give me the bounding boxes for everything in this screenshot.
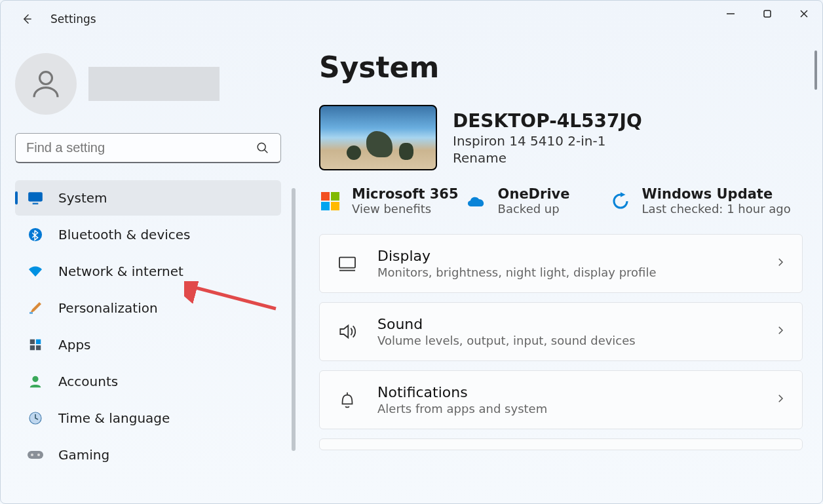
sidebar-item-apps[interactable]: Apps — [15, 327, 281, 362]
svg-rect-13 — [30, 345, 35, 350]
card-display[interactable]: Display Monitors, brightness, night ligh… — [319, 234, 803, 293]
card-title: Notifications — [377, 384, 756, 400]
settings-cards: Display Monitors, brightness, night ligh… — [319, 234, 803, 450]
sidebar-item-gaming[interactable]: Gaming — [15, 437, 281, 473]
svg-rect-17 — [28, 451, 43, 459]
card-placeholder[interactable] — [319, 438, 803, 450]
main-scrollbar[interactable] — [814, 50, 817, 90]
card-sub: Monitors, brightness, night light, displ… — [377, 265, 756, 279]
close-icon — [799, 9, 809, 18]
svg-line-6 — [265, 149, 268, 153]
status-row: Microsoft 365 View benefits OneDrive Bac… — [319, 186, 803, 216]
sidebar-item-personalization[interactable]: Personalization — [15, 290, 281, 326]
sidebar-item-label: Network & internet — [58, 263, 183, 279]
status-title: Windows Update — [642, 186, 791, 202]
maximize-icon — [763, 9, 772, 18]
status-windows-update[interactable]: Windows Update Last checked: 1 hour ago — [609, 186, 791, 216]
sidebar-item-bluetooth[interactable]: Bluetooth & devices — [15, 217, 281, 252]
svg-point-15 — [32, 376, 38, 382]
rename-link[interactable]: Rename — [453, 150, 642, 166]
svg-rect-8 — [33, 203, 39, 204]
monitor-icon — [27, 189, 44, 206]
device-section: DESKTOP-4L537JQ Inspiron 14 5410 2-in-1 … — [319, 105, 803, 170]
status-sub: View benefits — [352, 202, 459, 216]
svg-rect-21 — [339, 258, 355, 268]
avatar — [15, 53, 77, 115]
brush-icon — [27, 300, 44, 317]
back-arrow-icon — [20, 12, 33, 26]
device-info: DESKTOP-4L537JQ Inspiron 14 5410 2-in-1 … — [453, 110, 642, 166]
sidebar-item-network[interactable]: Network & internet — [15, 254, 281, 289]
back-button[interactable] — [14, 6, 40, 32]
minimize-button[interactable] — [712, 1, 749, 27]
bluetooth-icon — [27, 226, 44, 243]
sidebar-item-label: Accounts — [58, 374, 118, 389]
device-model: Inspiron 14 5410 2-in-1 — [453, 133, 642, 149]
sidebar-item-time[interactable]: Time & language — [15, 400, 281, 436]
svg-rect-14 — [36, 345, 41, 350]
close-button[interactable] — [786, 1, 822, 27]
sidebar: System Bluetooth & devices Network & int… — [1, 37, 296, 503]
nav-list: System Bluetooth & devices Network & int… — [15, 180, 281, 473]
onedrive-icon — [465, 190, 488, 212]
bell-icon — [335, 388, 359, 412]
controller-icon — [27, 446, 44, 463]
svg-rect-12 — [36, 339, 41, 344]
svg-point-19 — [37, 454, 40, 456]
card-title: Sound — [377, 316, 756, 332]
update-icon — [609, 190, 632, 212]
status-onedrive[interactable]: OneDrive Backed up — [465, 186, 603, 216]
device-name: DESKTOP-4L537JQ — [453, 110, 642, 132]
device-thumbnail[interactable] — [319, 105, 437, 170]
card-notifications[interactable]: Notifications Alerts from apps and syste… — [319, 370, 803, 429]
svg-point-4 — [40, 72, 52, 85]
search-box[interactable] — [15, 133, 281, 163]
search-icon — [256, 141, 270, 155]
sidebar-item-label: Bluetooth & devices — [58, 227, 191, 242]
svg-rect-7 — [28, 192, 43, 201]
chevron-right-icon — [775, 324, 786, 339]
svg-point-5 — [258, 143, 265, 151]
chevron-right-icon — [775, 393, 786, 407]
card-sub: Alerts from apps and system — [377, 402, 756, 416]
search-input[interactable] — [26, 140, 221, 155]
apps-icon — [27, 336, 44, 353]
minimize-icon — [726, 9, 735, 18]
card-sound[interactable]: Sound Volume levels, output, input, soun… — [319, 302, 803, 361]
card-title: Display — [377, 248, 756, 264]
svg-rect-1 — [764, 10, 771, 17]
sidebar-item-accounts[interactable]: Accounts — [15, 364, 281, 399]
app-title: Settings — [50, 12, 96, 26]
person-icon — [28, 66, 64, 102]
wifi-icon — [27, 263, 44, 280]
clock-globe-icon — [27, 410, 44, 427]
sidebar-item-system[interactable]: System — [15, 180, 281, 216]
window-controls — [712, 1, 822, 27]
sidebar-item-label: Personalization — [58, 300, 158, 316]
svg-rect-11 — [30, 339, 35, 344]
maximize-button[interactable] — [749, 1, 786, 27]
status-sub: Backed up — [498, 202, 570, 216]
status-sub: Last checked: 1 hour ago — [642, 202, 791, 216]
title-bar: Settings — [1, 1, 822, 37]
chevron-right-icon — [775, 256, 786, 271]
main-content: System DESKTOP-4L537JQ Inspiron 14 5410 … — [296, 37, 822, 503]
sidebar-item-label: Apps — [58, 337, 91, 353]
user-name-redacted — [88, 67, 220, 101]
status-title: Microsoft 365 — [352, 186, 459, 202]
display-icon — [335, 252, 359, 275]
card-sub: Volume levels, output, input, sound devi… — [377, 334, 756, 347]
ms365-icon — [319, 190, 341, 212]
account-icon — [27, 373, 44, 390]
sidebar-item-label: Gaming — [58, 447, 109, 463]
status-ms365[interactable]: Microsoft 365 View benefits — [319, 186, 459, 216]
svg-rect-10 — [29, 312, 33, 314]
status-title: OneDrive — [498, 186, 570, 202]
page-title: System — [319, 50, 803, 84]
sidebar-item-label: System — [58, 190, 107, 206]
profile-section[interactable] — [15, 53, 281, 115]
sound-icon — [335, 320, 359, 343]
sidebar-item-label: Time & language — [58, 410, 170, 426]
svg-point-18 — [31, 454, 33, 456]
